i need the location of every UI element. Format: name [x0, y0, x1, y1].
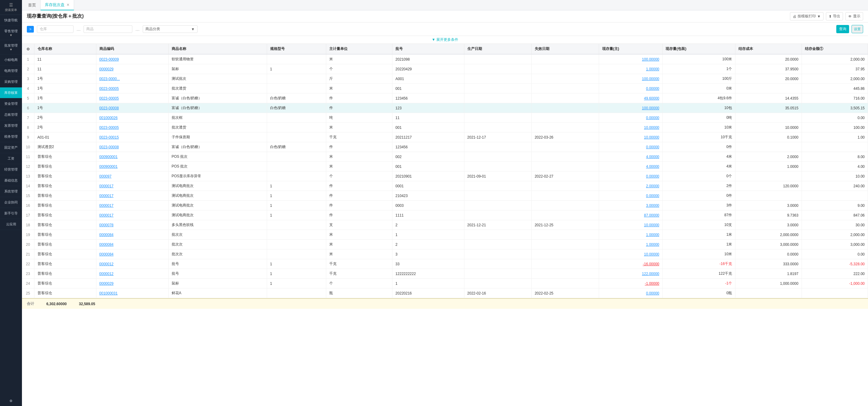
table-cell[interactable]: 0.00000: [599, 191, 662, 201]
category-filter[interactable]: 商品分类 ▼: [143, 25, 197, 33]
tab-close-icon[interactable]: ✕: [66, 3, 69, 7]
table-cell[interactable]: 100.00000: [599, 54, 662, 64]
table-cell[interactable]: -1.00000: [599, 279, 662, 289]
table-cell[interactable]: 10.00000: [599, 220, 662, 230]
print-button[interactable]: 🖨 按模板打印 ▼: [790, 12, 824, 21]
table-cell[interactable]: 0000084: [96, 230, 168, 240]
table-cell[interactable]: 0000017: [96, 210, 168, 220]
table-cell[interactable]: 4.00000: [599, 162, 662, 171]
table-cell[interactable]: 0000017: [96, 201, 168, 210]
table-cell[interactable]: 0023-00015: [96, 133, 168, 142]
settings-button[interactable]: 设置: [851, 25, 863, 33]
table-row[interactable]: 18普客综仓0000078多头黑色软线支22021-12-212021-12-2…: [22, 220, 868, 230]
sidebar-item-ec[interactable]: 电商管理: [0, 66, 22, 76]
sidebar-item-inventory[interactable]: 库存核算: [0, 88, 22, 98]
table-cell[interactable]: 100.00000: [599, 74, 662, 84]
sidebar-item-general-ledger[interactable]: 总账管理: [0, 109, 22, 120]
goods-filter[interactable]: 商品: [84, 25, 132, 33]
table-row[interactable]: 24普客综仓0000029鼠标1个1-1.00000-1个1,000.0000-…: [22, 279, 868, 289]
sidebar-item-cloud[interactable]: 云应用: [0, 219, 22, 230]
table-row[interactable]: 14普客综仓0000017测试电商批次1件00012.000002件120.00…: [22, 181, 868, 191]
table-row[interactable]: 21普客综仓0000084批次次米310.0000010米0.00000.00: [22, 249, 868, 259]
sidebar-search[interactable]: ☰ 搜索菜单: [0, 0, 22, 15]
sidebar-item-salary[interactable]: 工资: [0, 153, 22, 164]
table-row[interactable]: 25普客综仓001000031鲜花A瓶202202162022-02-16202…: [22, 289, 868, 298]
sidebar-item-fixed-assets[interactable]: 固定资产: [0, 142, 22, 153]
table-row[interactable]: 61号0023-00008富诚（白色/奶糖）白色/奶糖件123100.00000…: [22, 103, 868, 113]
table-cell[interactable]: 0.00000: [599, 84, 662, 94]
table-cell[interactable]: 001000026: [96, 113, 168, 123]
table-cell[interactable]: 0.00000: [599, 113, 662, 123]
sidebar-item-quick-nav[interactable]: 快捷导航: [0, 15, 22, 26]
sidebar-item-collab[interactable]: 企业协同: [0, 197, 22, 208]
table-row[interactable]: 1110023-00009软软通用物资米2021098100.00000100米…: [22, 54, 868, 64]
table-cell[interactable]: 2.00000: [599, 181, 662, 191]
sidebar-item-wholesale[interactable]: 批发管理 ▼: [0, 40, 22, 55]
sidebar-item-guide[interactable]: 新手引导: [0, 208, 22, 219]
table-cell[interactable]: 0000017: [96, 191, 168, 201]
table-row[interactable]: 15普客综仓0000017测试电商批次1件2104230.000000件: [22, 191, 868, 201]
table-cell[interactable]: 49.60000: [599, 94, 662, 103]
table-row[interactable]: 31号0023-0000...测试批次斤A001100.00000100斤20.…: [22, 74, 868, 84]
table-cell[interactable]: 10.00000: [599, 249, 662, 259]
sidebar-item-system[interactable]: 系统管理: [0, 186, 22, 197]
table-row[interactable]: 23普客综仓0000012批号1千克1222222222122.00000122…: [22, 269, 868, 279]
table-cell[interactable]: 000900001: [96, 162, 168, 171]
table-cell[interactable]: 1.00000: [599, 64, 662, 74]
query-button[interactable]: 查询: [836, 25, 849, 33]
table-row[interactable]: 9A01-010023-00015子件保质期千克202112172021-12-…: [22, 133, 868, 142]
table-cell[interactable]: 0000012: [96, 259, 168, 269]
table-row[interactable]: 41号0023-00005批次透货米0010.000000米445.86: [22, 84, 868, 94]
table-row[interactable]: 22普客综仓0000012批号1千克33-16.00000-16千克333.00…: [22, 259, 868, 269]
table-row[interactable]: 51号0023-00005富诚（白色/奶糖）白色/奶糖件12345649.600…: [22, 94, 868, 103]
table-cell[interactable]: 0000078: [96, 220, 168, 230]
table-cell[interactable]: 1.00000: [599, 230, 662, 240]
export-button[interactable]: ⬆ 导出: [826, 12, 843, 21]
filter-expand-button[interactable]: >: [27, 26, 34, 33]
table-cell[interactable]: 0023-00008: [96, 103, 168, 113]
table-cell[interactable]: 001000031: [96, 289, 168, 298]
table-cell[interactable]: 0.00000: [599, 171, 662, 181]
sidebar-settings[interactable]: ⚙: [0, 396, 22, 406]
table-cell[interactable]: 10.00000: [599, 123, 662, 133]
table-row[interactable]: 16普客综仓0000017测试电商批次1件00033.000003件3.0000…: [22, 201, 868, 210]
goods-more-icon[interactable]: ...: [135, 27, 139, 32]
sidebar-item-purchase[interactable]: 采购管理: [0, 76, 22, 88]
table-cell[interactable]: 87.00000: [599, 210, 662, 220]
table-row[interactable]: 17普客综仓0000017测试电商批次1件111187.0000087件9.73…: [22, 210, 868, 220]
table-cell[interactable]: 4.00000: [599, 152, 662, 162]
table-cell[interactable]: 0.00000: [599, 142, 662, 152]
sidebar-item-tax[interactable]: 税务管理: [0, 131, 22, 142]
warehouse-filter[interactable]: 仓库: [37, 25, 73, 33]
table-cell[interactable]: 1.00000: [599, 240, 662, 249]
table-cell[interactable]: 0023-00009: [96, 54, 168, 64]
table-cell[interactable]: 0.00000: [599, 289, 662, 298]
tab-inventory-batch[interactable]: 库存批次盘 ✕: [40, 0, 74, 10]
table-cell[interactable]: 0023-0000...: [96, 74, 168, 84]
sidebar-item-retail[interactable]: 零售管理 ▼: [0, 26, 22, 40]
tab-home[interactable]: 首页: [24, 0, 40, 10]
table-row[interactable]: 2110000029鼠标1个202204291.000001个37.950037…: [22, 64, 868, 74]
sidebar-item-basic-info[interactable]: 基础信息: [0, 175, 22, 186]
sidebar-item-small-ec[interactable]: 小鲸电商: [0, 55, 22, 66]
table-row[interactable]: 13普客综仓000097POS显示库存异常个202109012021-09-01…: [22, 171, 868, 181]
table-row[interactable]: 72号001000026批次框吨110.000000吨0.00: [22, 113, 868, 123]
table-cell[interactable]: 0000084: [96, 240, 168, 249]
table-row[interactable]: 19普客综仓0000084批次次米11.000001米2,000.00002,0…: [22, 230, 868, 240]
table-row[interactable]: 11普客综仓000900001POS 批次米0024.000004米2.0000…: [22, 152, 868, 162]
table-cell[interactable]: 100.00000: [599, 103, 662, 113]
table-cell[interactable]: 0000012: [96, 269, 168, 279]
sidebar-item-finance[interactable]: 资金管理: [0, 98, 22, 109]
table-cell[interactable]: 0000029: [96, 279, 168, 289]
table-row[interactable]: 12普客综仓000900001POS 批次米0014.000004米1.0000…: [22, 162, 868, 171]
table-cell[interactable]: 3.00000: [599, 201, 662, 210]
table-cell[interactable]: 0000084: [96, 249, 168, 259]
table-cell[interactable]: 0023-00005: [96, 94, 168, 103]
table-cell[interactable]: 122.00000: [599, 269, 662, 279]
table-row[interactable]: 10测试透货20023-00008富诚（白色/奶糖）白色/奶糖件1234560.…: [22, 142, 868, 152]
table-cell[interactable]: 0023-00005: [96, 123, 168, 133]
display-button[interactable]: 👁 显示: [845, 12, 863, 21]
warehouse-more-icon[interactable]: ...: [76, 27, 81, 32]
table-cell[interactable]: 0000017: [96, 181, 168, 191]
table-row[interactable]: 20普客综仓0000084批次次米21.000001米3,000.00003,0…: [22, 240, 868, 249]
